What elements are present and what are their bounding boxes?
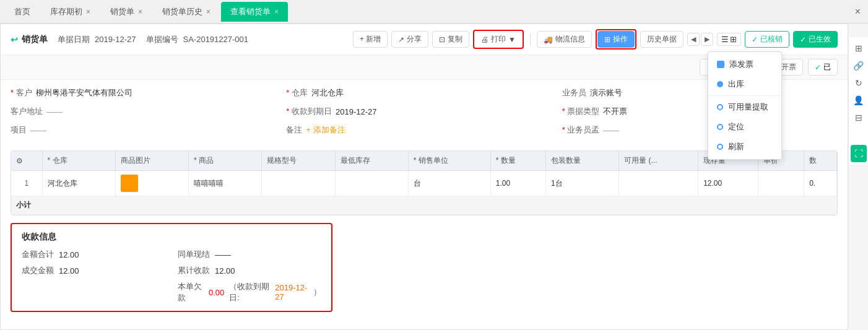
- cell-quantity: 1.00: [490, 171, 545, 196]
- menu-locate[interactable]: 定位: [708, 117, 781, 137]
- effective-check-icon: ✓: [800, 35, 806, 44]
- doc-date-label: 单据日期 2019-12-27: [58, 34, 136, 45]
- cumulative-value: 12.00: [215, 266, 235, 276]
- document-header: ↩ 销货单 单据日期 2019-12-27 单据编号 SA-20191227-0…: [1, 24, 848, 55]
- cell-spec: [262, 171, 335, 196]
- salesperson-label: 业务员孟: [562, 124, 600, 136]
- sidebar-expand-icon[interactable]: ⛶: [851, 145, 867, 162]
- operation-highlight: ⊞ 操作: [596, 29, 636, 50]
- remark-field: 备注 + 添加备注: [286, 124, 562, 136]
- tab-sales-history-label: 销货单历史: [162, 6, 202, 17]
- sidebar-refresh-icon[interactable]: ↻: [851, 74, 866, 92]
- tab-inventory[interactable]: 库存期初 ×: [41, 2, 100, 22]
- cell-unit-price: [758, 171, 804, 196]
- th-sales-unit: * 销售单位: [408, 151, 490, 171]
- project-label: 项目: [11, 124, 27, 136]
- total-amount-label: 金额合计: [22, 249, 54, 260]
- cell-product-image: [115, 171, 188, 196]
- remark-label: 备注: [286, 124, 302, 136]
- salesperson-field: 业务员孟 ——: [562, 124, 838, 136]
- th-spec: 规格型号: [262, 151, 335, 171]
- th-warehouse: * 仓库: [42, 151, 115, 171]
- subtotal-row: 小计: [11, 196, 837, 215]
- share-button[interactable]: ↗ 分享: [391, 31, 428, 48]
- tab-inventory-close[interactable]: ×: [86, 7, 90, 16]
- payment-col-right: 同单现结 —— 累计收款 12.00 本单欠款 0.00 （收款到期日: 201…: [178, 249, 321, 303]
- check-icon: ✓: [815, 63, 821, 72]
- tab-view-sales[interactable]: 查看销货单 ×: [221, 2, 288, 22]
- address-field: 客户地址 ——: [11, 106, 286, 117]
- sidebar-person-icon[interactable]: 👤: [849, 92, 867, 109]
- menu-divider: [708, 95, 781, 96]
- tab-home[interactable]: 首页: [5, 2, 40, 22]
- sold-button[interactable]: ✓ 已核销: [745, 31, 789, 48]
- next-button[interactable]: ▶: [701, 33, 713, 46]
- tab-sales-history[interactable]: 销货单历史 ×: [153, 2, 220, 22]
- doc-type-icon: ↩: [11, 35, 18, 45]
- list-view-icon: ☰: [721, 35, 729, 44]
- right-sidebar: ⊞ 🔗 ↻ 👤 ⊟ ⛶: [848, 37, 868, 165]
- sidebar-grid-icon[interactable]: ⊞: [851, 40, 866, 57]
- project-value: ——: [30, 126, 46, 135]
- th-pack-qty: 包装数量: [545, 151, 618, 171]
- payment-info-box: 收款信息 金额合计 12.00 成交金额 12.00 同单现结 ——: [11, 223, 332, 312]
- transaction-value: 12.00: [59, 266, 79, 276]
- warehouse-field: 仓库 河北仓库: [286, 87, 562, 98]
- prev-button[interactable]: ◀: [687, 33, 700, 46]
- effective-button[interactable]: ✓ 已生效: [793, 31, 838, 48]
- cell-sales-unit: 台: [408, 171, 490, 196]
- operation-button[interactable]: ⊞ 操作: [597, 31, 635, 48]
- menu-quantity-extract[interactable]: 可用量提取: [708, 97, 781, 117]
- menu-add-invoice[interactable]: 添发票: [708, 54, 781, 74]
- add-remark-button[interactable]: + 添加备注: [306, 124, 345, 136]
- nav-arrows: ◀ ▶: [687, 33, 713, 46]
- employee-label: 业务员: [562, 87, 586, 98]
- this-order-label: 本单欠款: [178, 281, 204, 303]
- check-button[interactable]: ✓ 已: [808, 59, 838, 76]
- locate-icon: [717, 124, 723, 130]
- ticket-field: 票据类型 不开票: [562, 106, 838, 117]
- menu-refresh[interactable]: 刷新: [708, 137, 781, 157]
- doc-number-label: 单据编号 SA-20191227-001: [146, 34, 249, 45]
- history-button[interactable]: 历史单据: [640, 31, 684, 48]
- due-date-label: 收款到期日: [286, 106, 332, 117]
- cell-warehouse: 河北仓库: [42, 171, 115, 196]
- same-order-value: ——: [215, 250, 231, 259]
- employee-field: 业务员 演示账号: [562, 87, 838, 98]
- refresh-icon: [717, 144, 723, 150]
- window-close-button[interactable]: ×: [853, 4, 863, 20]
- print-highlight: 🖨 打印 ▼: [473, 30, 524, 49]
- logistics-button[interactable]: 🚚 物流信息: [537, 31, 592, 48]
- transaction-row: 成交金额 12.00: [22, 265, 165, 276]
- sidebar-table-icon[interactable]: ⊟: [851, 109, 866, 126]
- doc-meta: 单据日期 2019-12-27 单据编号 SA-20191227-001: [58, 34, 248, 45]
- menu-outbound[interactable]: 出库: [708, 74, 781, 94]
- tab-sales-history-close[interactable]: ×: [206, 7, 210, 16]
- subtotal-label: 小计: [11, 196, 837, 215]
- tab-view-sales-close[interactable]: ×: [274, 7, 279, 16]
- copy-button[interactable]: ⊡ 复制: [432, 31, 469, 48]
- th-product: * 商品: [189, 151, 262, 171]
- operation-icon: ⊞: [604, 35, 610, 44]
- customer-value: 柳州粤港平安气体有限公司: [36, 87, 132, 98]
- print-button[interactable]: 🖨 打印 ▼: [475, 32, 522, 47]
- warehouse-label: 仓库: [286, 87, 308, 98]
- employee-value: 演示账号: [590, 87, 622, 98]
- separator-1: [530, 33, 531, 46]
- list-view-button[interactable]: ☰ ⊞: [717, 33, 741, 46]
- print-dropdown-arrow: ▼: [508, 35, 516, 44]
- new-button[interactable]: + 新增: [353, 31, 388, 48]
- customer-label: 客户: [11, 87, 32, 98]
- print-icon: 🖨: [481, 35, 488, 44]
- tab-sales[interactable]: 销货单 ×: [101, 2, 152, 22]
- cell-available: [619, 171, 698, 196]
- sidebar-link-icon[interactable]: 🔗: [849, 57, 867, 74]
- tab-sales-close[interactable]: ×: [138, 7, 142, 16]
- th-gear: ⚙: [11, 151, 42, 171]
- total-amount-row: 金额合计 12.00: [22, 249, 165, 260]
- cumulative-row: 累计收款 12.00: [178, 265, 321, 276]
- cell-seq: 1: [11, 171, 42, 196]
- check-icon: ✓: [752, 35, 758, 44]
- cell-pack-qty: 1台: [545, 171, 618, 196]
- this-order-row: 本单欠款 0.00 （收款到期日: 2019-12-27 ）: [178, 281, 321, 303]
